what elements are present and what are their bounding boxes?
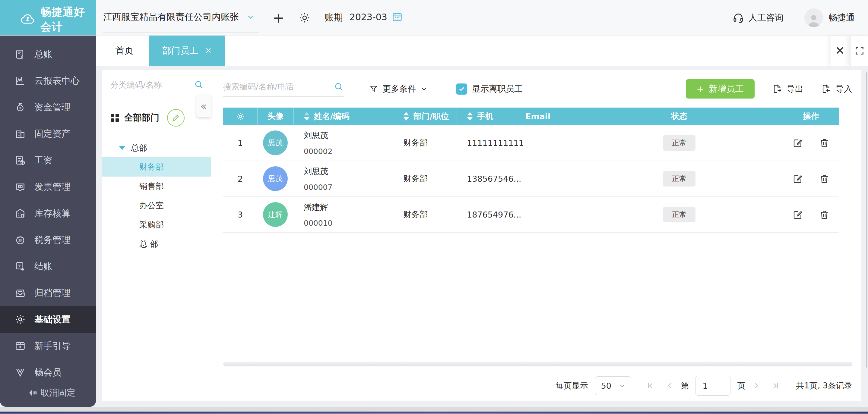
calendar-icon[interactable]: [392, 11, 403, 23]
inventory-icon: [14, 208, 26, 219]
headset-icon: [732, 12, 744, 24]
sort-icons[interactable]: [404, 112, 409, 120]
svg-text:¥: ¥: [19, 106, 22, 110]
prev-page-icon[interactable]: [665, 381, 674, 390]
sidebar-item-funds[interactable]: ¥ 资金管理: [0, 94, 96, 120]
sidebar-item-inventory[interactable]: 库存核算: [0, 200, 96, 227]
tree-node-label: 总 部: [140, 239, 158, 249]
svg-text:¥: ¥: [22, 161, 24, 165]
delete-button[interactable]: [819, 209, 830, 220]
department-search[interactable]: [111, 79, 204, 95]
fullscreen-button[interactable]: [849, 36, 868, 66]
all-departments-row[interactable]: 全部部门: [111, 109, 211, 127]
edit-icon: [792, 209, 803, 220]
first-page-icon[interactable]: [646, 381, 655, 390]
guide-icon: [14, 340, 26, 352]
department-search-input[interactable]: [111, 80, 194, 90]
edit-button[interactable]: [792, 209, 803, 220]
sidebar-item-membership[interactable]: 畅会员: [0, 359, 96, 386]
tab-home[interactable]: 首页: [107, 36, 142, 66]
sidebar-item-label: 资金管理: [34, 101, 70, 113]
sidebar-item-fixed-assets[interactable]: 固定资产: [0, 120, 96, 147]
tree-node-hq[interactable]: 总 部: [102, 234, 211, 254]
tab-department-employees[interactable]: 部门员工 ✕: [149, 36, 225, 66]
sidebar-item-cloud-reports[interactable]: 云报表中心: [0, 68, 96, 94]
add-employee-button[interactable]: + 新增员工: [686, 79, 754, 99]
next-page-icon[interactable]: [752, 381, 761, 390]
status-badge: 正常: [663, 207, 695, 222]
header-avatar[interactable]: 头像: [257, 108, 293, 125]
export-button[interactable]: 导出: [772, 83, 803, 95]
caret-down-icon[interactable]: [119, 146, 125, 150]
table-row[interactable]: 2 思茂 刘思茂 000007 财务部 138567546... 正常: [223, 161, 839, 197]
header-email[interactable]: Email: [515, 108, 576, 125]
tab-close-icon[interactable]: ✕: [205, 46, 212, 55]
checkbox-checked-icon[interactable]: [456, 83, 467, 95]
header-dept-position[interactable]: 部门/职位: [393, 108, 457, 125]
column-settings-header[interactable]: [223, 108, 257, 125]
close-pane-button[interactable]: ✕: [831, 36, 849, 66]
page-number-input[interactable]: [695, 376, 731, 395]
employee-dept: 财务部: [393, 209, 457, 220]
per-page-select[interactable]: 50: [595, 376, 631, 395]
sidebar-item-salary[interactable]: ¥ 工资: [0, 147, 96, 174]
user-avatar[interactable]: [804, 8, 823, 27]
avatar: 思茂: [263, 166, 288, 191]
edit-button[interactable]: [792, 173, 803, 184]
tree-node-finance[interactable]: 财务部: [102, 157, 211, 177]
sidebar-item-label: 基础设置: [34, 313, 70, 326]
tree-node-label: 采购部: [140, 219, 164, 230]
edit-departments-button[interactable]: [167, 109, 185, 127]
tree-node-purchasing[interactable]: 采购部: [102, 215, 211, 234]
table-row[interactable]: 3 建辉 潘建辉 000010 财务部 187654976... 正常: [223, 197, 839, 233]
window-bottom-band: [0, 407, 868, 412]
search-icon[interactable]: [334, 81, 344, 92]
employee-dept: 财务部: [393, 173, 457, 184]
add-account-button[interactable]: +: [273, 11, 284, 25]
tree-node-sales[interactable]: 销售部: [102, 177, 211, 196]
sidebar-item-archive[interactable]: 归档管理: [0, 280, 96, 306]
tree-node-office[interactable]: 办公室: [102, 196, 211, 215]
tree-node-root[interactable]: 总部: [102, 139, 211, 157]
employee-phone: 138567546...: [457, 174, 515, 183]
sidebar-item-beginner-guide[interactable]: 新手引导: [0, 333, 96, 359]
more-filters-button[interactable]: 更多条件: [369, 83, 428, 95]
support-label: 人工咨询: [749, 12, 783, 24]
employee-search[interactable]: [223, 81, 344, 97]
collapse-panel-button[interactable]: «: [196, 95, 211, 117]
delete-button[interactable]: [819, 137, 830, 148]
last-page-icon[interactable]: [771, 381, 780, 390]
sort-icons[interactable]: [304, 112, 309, 120]
unpin-sidebar-button[interactable]: 取消固定: [28, 387, 75, 399]
sidebar-item-invoices[interactable]: ¥ 发票管理: [0, 174, 96, 200]
window-bottom-accent: [0, 413, 868, 414]
app-window: 畅捷通好会计 旗舰版 江西服宝精品有限责任公司内账张 + 账期 2023-03: [0, 0, 868, 414]
company-selector[interactable]: 江西服宝精品有限责任公司内账张: [103, 3, 259, 33]
sidebar-item-basic-settings[interactable]: 基础设置: [0, 306, 96, 333]
more-filters-label: 更多条件: [382, 83, 416, 95]
support-link[interactable]: 人工咨询: [732, 12, 783, 24]
topbar: 畅捷通好会计 旗舰版 江西服宝精品有限责任公司内账张 + 账期 2023-03: [0, 0, 868, 36]
sidebar-item-general-ledger[interactable]: ¥ 总账: [0, 41, 96, 68]
table-row[interactable]: 1 思茂 刘思茂 000002 财务部 11111111111 正常: [223, 125, 839, 161]
gear-icon[interactable]: [236, 111, 245, 121]
header-phone[interactable]: 手机: [457, 108, 515, 125]
funnel-icon: [369, 84, 378, 94]
period-selector[interactable]: 2023-03: [347, 3, 404, 32]
header-name-code[interactable]: 姓名/编码: [293, 108, 393, 125]
search-icon[interactable]: [194, 79, 204, 90]
chevron-down-icon[interactable]: [247, 13, 254, 21]
sidebar-item-tax[interactable]: 税 税务管理: [0, 227, 96, 253]
import-button[interactable]: 导入: [821, 83, 852, 95]
show-resigned-toggle[interactable]: 显示离职员工: [456, 83, 523, 95]
account-settings-button[interactable]: [298, 11, 311, 24]
sort-icons[interactable]: [467, 112, 473, 120]
sidebar-item-closing[interactable]: ¥ 结账: [0, 253, 96, 280]
horizontal-scrollbar[interactable]: [223, 361, 852, 367]
vertical-scrollbar[interactable]: [866, 72, 867, 368]
edit-button[interactable]: [792, 137, 803, 148]
person-icon: [806, 13, 821, 27]
header-status[interactable]: 状态: [576, 108, 783, 125]
employee-search-input[interactable]: [223, 82, 334, 91]
delete-button[interactable]: [819, 173, 830, 184]
